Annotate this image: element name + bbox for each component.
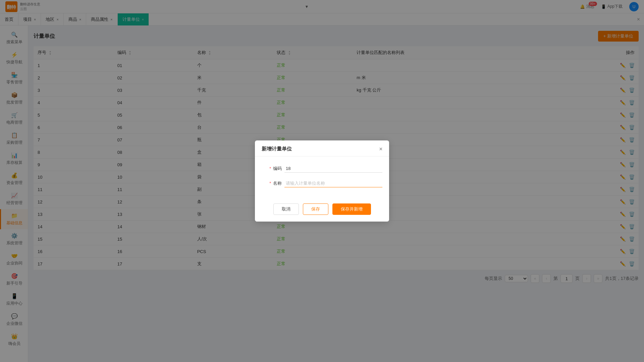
modal-title: 新增计量单位	[262, 146, 292, 152]
save-and-new-button[interactable]: 保存并新增	[332, 203, 371, 215]
save-button[interactable]: 保存	[303, 203, 328, 215]
name-input[interactable]	[284, 179, 382, 187]
add-unit-modal: 新增计量单位 × * 编码 * 名称 取消 保存 保存并新增	[255, 140, 389, 222]
modal-header: 新增计量单位 ×	[255, 140, 389, 157]
modal-close-btn[interactable]: ×	[379, 146, 382, 152]
form-row-code: * 编码	[262, 165, 382, 173]
modal-footer: 取消 保存 保存并新增	[255, 199, 389, 222]
name-label: * 名称	[262, 180, 282, 186]
modal-overlay: 新增计量单位 × * 编码 * 名称 取消 保存 保存并新增	[0, 0, 644, 362]
form-row-name: * 名称	[262, 179, 382, 187]
cancel-button[interactable]: 取消	[273, 203, 299, 215]
name-required-star: *	[269, 181, 271, 186]
code-input[interactable]	[284, 165, 382, 173]
code-label: * 编码	[262, 166, 282, 172]
modal-body: * 编码 * 名称	[255, 157, 389, 199]
code-required-star: *	[269, 166, 271, 171]
